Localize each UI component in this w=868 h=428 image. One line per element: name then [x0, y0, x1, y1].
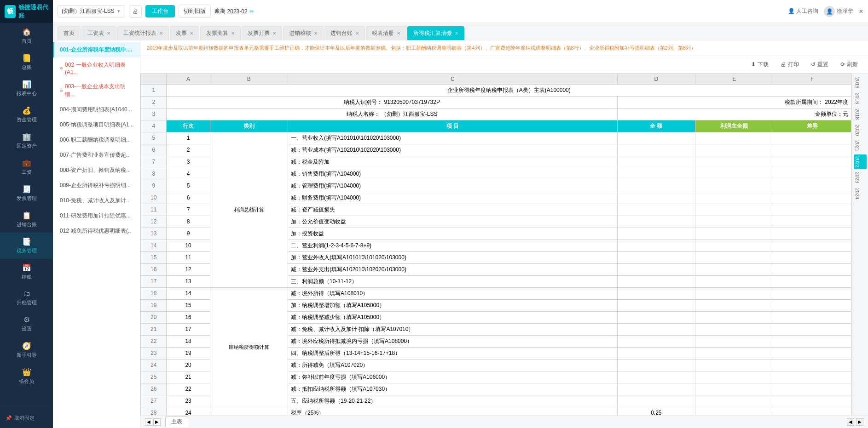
left-panel-item-003[interactable]: ⊘ 003-一般企业成本支出明细...: [53, 79, 140, 102]
cell-item[interactable]: 减：免税、减计收入及加计 扣除（填写A107010）: [288, 323, 618, 335]
cell-lirun[interactable]: [695, 216, 773, 228]
tab-nav-right[interactable]: ▶: [153, 418, 161, 426]
cell-lirun[interactable]: [695, 407, 773, 415]
cell-lirun[interactable]: [695, 287, 773, 299]
cell-xuhao[interactable]: 24: [167, 407, 210, 415]
cell-xuhao[interactable]: 17: [167, 323, 210, 335]
left-panel-item-004[interactable]: 004-期间费用明细表(A1040...: [53, 102, 140, 117]
cell-value[interactable]: [617, 347, 695, 359]
cell-xuhao[interactable]: 4: [167, 168, 210, 180]
cell-lirun[interactable]: [695, 395, 773, 407]
cell-chay[interactable]: [773, 335, 851, 347]
switch-version-button[interactable]: 切到旧版: [179, 5, 211, 18]
cell-chay[interactable]: [773, 216, 851, 228]
spreadsheet-area[interactable]: A B C D E F 1 企业所: [140, 74, 851, 416]
cell-chay[interactable]: [773, 287, 851, 299]
cell-value[interactable]: [617, 240, 695, 251]
left-panel-item-005[interactable]: 005-纳税调整项目明细表(A1...: [53, 117, 140, 132]
period-edit-icon[interactable]: ✏: [249, 8, 254, 15]
sidebar-item-guide[interactable]: 🧭 新手引导: [0, 337, 53, 363]
cell-lirun[interactable]: [695, 168, 773, 180]
cell-xuhao[interactable]: 6: [167, 192, 210, 204]
left-panel-item-011[interactable]: 011-研发费用加计扣除优惠...: [53, 208, 140, 223]
sidebar-item-salary[interactable]: 💼 工资: [0, 154, 53, 180]
cell-value[interactable]: [617, 180, 695, 192]
sidebar-item-home[interactable]: 🏠 首页: [0, 23, 53, 49]
cell-item[interactable]: 减：销售费用(填写A104000): [288, 168, 618, 180]
cell-lirun[interactable]: [695, 156, 773, 168]
cell-value[interactable]: [617, 228, 695, 240]
cell-item[interactable]: 减：资产减值损失: [288, 204, 618, 216]
print-button[interactable]: 🖨 打印: [777, 59, 803, 70]
tab-nav-left[interactable]: ◀: [145, 418, 152, 426]
cell-value[interactable]: [617, 144, 695, 156]
cell-xuhao[interactable]: 14: [167, 287, 210, 299]
tab-invoice[interactable]: 发票 ✕: [170, 26, 199, 40]
cell-value[interactable]: [617, 299, 695, 311]
cell-xuhao[interactable]: 16: [167, 311, 210, 323]
cell-value[interactable]: [617, 263, 695, 275]
cell-lirun[interactable]: [695, 275, 773, 287]
year-item-2018[interactable]: 2018: [854, 107, 867, 121]
tab-close-icon[interactable]: ✕: [314, 31, 318, 36]
cell-chay[interactable]: [773, 156, 851, 168]
tab-invoice-calc[interactable]: 发票测算 ✕: [200, 26, 241, 40]
unpin-button[interactable]: 📌 取消固定: [4, 412, 49, 424]
cell-xuhao[interactable]: 20: [167, 359, 210, 371]
cell-chay[interactable]: [773, 168, 851, 180]
cell-value[interactable]: [617, 371, 695, 383]
cell-lirun[interactable]: [695, 144, 773, 156]
cell-lirun[interactable]: [695, 347, 773, 359]
cell-item[interactable]: 减：管理费用(填写A104000): [288, 180, 618, 192]
cell-xuhao[interactable]: 15: [167, 299, 210, 311]
cell-lirun[interactable]: [695, 371, 773, 383]
tab-income-tax[interactable]: 所得税汇算清缴 ✕: [407, 26, 464, 40]
cell-lirun[interactable]: [695, 204, 773, 216]
cell-xuhao[interactable]: 21: [167, 371, 210, 383]
sidebar-item-ledger[interactable]: 📒 总账: [0, 49, 53, 75]
cell-item[interactable]: 减：营业成本(填写A102010\102020\103000): [288, 144, 618, 156]
company-selector[interactable]: (勿删）江西服宝-LSS ▼: [58, 5, 125, 17]
year-item-2021[interactable]: 2021: [854, 138, 867, 153]
sidebar-item-member[interactable]: 👑 畅会员: [0, 363, 53, 389]
cell-item[interactable]: 减：抵扣应纳税所得额（填写A107030）: [288, 383, 618, 395]
cell-chay[interactable]: [773, 359, 851, 371]
workbench-button[interactable]: 工作台: [145, 5, 175, 17]
cell-lirun[interactable]: [695, 335, 773, 347]
cell-value[interactable]: [617, 395, 695, 407]
cell-value[interactable]: [617, 287, 695, 299]
left-panel-item-009[interactable]: 009-企业所得税补亏损明细...: [53, 178, 140, 193]
cell-value[interactable]: [617, 359, 695, 371]
cell-item[interactable]: 加：投资收益: [288, 228, 618, 240]
tab-invoice-open[interactable]: 发票开票 ✕: [242, 26, 282, 40]
cell-chay[interactable]: [773, 347, 851, 359]
left-panel-item-001[interactable]: 001-企业所得税年度纳税申....: [53, 42, 140, 57]
cell-lirun[interactable]: [695, 228, 773, 240]
tab-salary-stats[interactable]: 工资统计报表 ✕: [117, 26, 169, 40]
scroll-left-btn[interactable]: ◀: [847, 418, 854, 426]
cell-lirun[interactable]: [695, 359, 773, 371]
cell-item[interactable]: 加：公允价值变动收益: [288, 216, 618, 228]
sidebar-item-archive[interactable]: 🗂 归档管理: [0, 285, 53, 311]
cell-item[interactable]: 加：纳税调整增加额（填写A105000）: [288, 299, 618, 311]
cell-value[interactable]: [617, 132, 695, 144]
left-panel-item-006[interactable]: 006-职工薪酬纳税调整明细...: [53, 132, 140, 148]
year-item-2020[interactable]: 2020: [854, 123, 867, 137]
cell-item[interactable]: 减：所得减免（填写A107020）: [288, 359, 618, 371]
cell-xuhao[interactable]: 11: [167, 251, 210, 263]
cell-value[interactable]: [617, 156, 695, 168]
cell-xuhao[interactable]: 7: [167, 204, 210, 216]
cell-value[interactable]: [617, 216, 695, 228]
cell-item[interactable]: 税率（25%）: [288, 407, 618, 415]
cell-xuhao[interactable]: 3: [167, 156, 210, 168]
cell-chay[interactable]: [773, 383, 851, 395]
cell-chay[interactable]: [773, 323, 851, 335]
sidebar-item-period[interactable]: 📅 结账: [0, 259, 53, 285]
sidebar-item-invoice[interactable]: 🧾 发票管理: [0, 180, 53, 206]
cell-chay[interactable]: [773, 228, 851, 240]
cell-value[interactable]: [617, 168, 695, 180]
left-panel-item-008[interactable]: 008-资产折旧、摊销及纳税...: [53, 163, 140, 178]
cell-value[interactable]: [617, 311, 695, 323]
year-item-2024[interactable]: 2024: [854, 186, 867, 201]
cell-item[interactable]: 二、营业利润(1-2-3-4-5-6-7-8+9): [288, 240, 618, 251]
